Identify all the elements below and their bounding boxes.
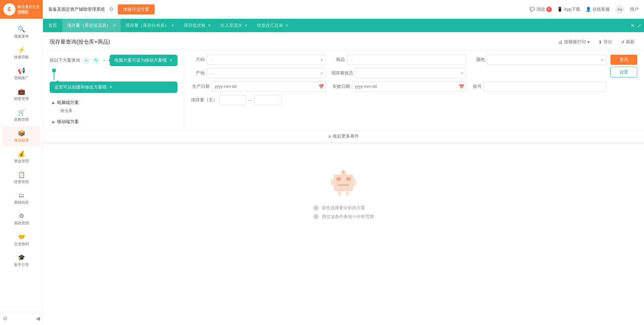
app-download-label: App下载 [564,6,580,12]
export-btn[interactable]: ⬆ 导出 [596,38,615,46]
print-dropdown-icon: ▾ [587,40,590,45]
sidebar-item-inventory[interactable]: 📦 库存核算 [3,126,40,146]
tab-close-inventory-dist[interactable]: ✕ [171,23,174,28]
query-button[interactable]: 查询 [610,55,637,65]
desktop-scheme-sub: 按仓库 [50,107,177,115]
sidebar-item-operation[interactable]: 📋 经营管理 [3,168,40,188]
stock-input-from[interactable] [219,95,246,105]
sidebar-item-system[interactable]: ⚙ 系统管理 [3,209,40,229]
sidebar-item-finance[interactable]: 💰 资金管理 [3,147,40,167]
sidebar-item-purchase[interactable]: 🛒 采购管理 [3,105,40,125]
sidebar-settings-icon[interactable]: ⚙ [3,315,7,322]
add-scheme-btn[interactable]: + [82,56,90,64]
sidebar-item-sales[interactable]: 💼 销售管理 [3,85,40,105]
phone-icon: 📱 [557,7,562,12]
logo-icon: 6 [3,3,15,15]
color-select[interactable]: ▾ [487,55,606,65]
collapse-row[interactable]: ∧ 收起更多条件 [43,130,644,142]
user-avatar[interactable]: Ea [615,5,625,14]
tab-close-collect-summary[interactable]: ✕ [285,23,288,28]
connector-dot [52,69,56,72]
scheme-tooltip-close[interactable]: ✕ [169,58,173,63]
color-field: 颜色 ▾ [472,55,606,65]
stock-input-to[interactable] [255,95,281,105]
sidebar-item-guide[interactable]: 🎓 新手引导 [3,251,40,271]
sidebar-item-quick[interactable]: ⚡ 快捷导航 [3,43,40,63]
tab-inventory-dist[interactable]: 现存量（库存分布表）✕ [121,19,179,32]
desktop-scheme-header[interactable]: ▶ 电脑端方案 [50,98,177,107]
svg-rect-8 [338,191,341,196]
page-actions: 🖨 按模板打印 ▾ ⬆ 导出 ↺ 刷新 [556,38,637,46]
logo-text: 畅通通好生意 标准版 [17,4,40,14]
tab-collect-summary[interactable]: 收发存汇总表✕ [252,19,293,32]
refresh-btn[interactable]: ↺ 刷新 [618,38,637,46]
page-header: 现存量查询(按仓库+商品) 🖨 按模板打印 ▾ ⬆ 导出 ↺ 刷新 [43,32,644,51]
reset-button[interactable]: 设置 [610,67,637,77]
sidebar-item-basic[interactable]: 🗂 基础信息 [3,188,40,208]
origin-select[interactable]: ··· ▾ [207,68,326,78]
message-badge: 6 [546,7,552,12]
svg-rect-9 [346,191,349,196]
online-service-item[interactable]: 👤 在线客服 [586,6,610,12]
tab-label-inout-flow: 出入库流水 [220,22,242,29]
svg-rect-0 [334,174,353,191]
page-title: 现存量查询(按仓库+商品) [50,39,110,46]
finance-nav-icon: 💰 [18,150,25,158]
online-service-label: 在线客服 [592,6,610,12]
exp-date-calendar-icon[interactable]: 📅 [459,84,464,89]
tab-close-batch-account[interactable]: ✕ [208,23,211,28]
template-print-btn[interactable]: 🖨 按模板打印 ▾ [556,38,592,46]
sidebar-item-marketing[interactable]: 📢 营销推广 [3,64,40,84]
quick-nav-icon: ⚡ [18,46,25,54]
desktop-scheme-item-1[interactable]: 按仓库 [58,107,177,115]
header-settings-icon[interactable]: ⚙ [109,6,114,12]
svg-rect-3 [338,184,349,186]
system-nav-icon: ⚙ [19,212,24,220]
sidebar-item-enterprise[interactable]: 🤝 企业协同 [3,230,40,250]
filter-right: 尺码 ··· ▾ 商品 ··· [191,55,606,108]
section-divider [43,142,644,145]
svg-rect-6 [331,179,334,186]
tab-expand-btn[interactable]: ⤢ [637,23,641,28]
query-buttons: 查询 设置 [610,55,637,77]
message-item[interactable]: 💬 消息 6 [530,6,552,12]
tab-close-inout-flow[interactable]: ✕ [244,23,248,28]
mobile-scheme-header[interactable]: ▶ 移动端方案 [50,117,177,126]
create-tooltip-close[interactable]: ✕ [109,85,113,90]
export-icon: ⬆ [598,40,602,45]
tab-inout-flow[interactable]: 出入库流水✕ [216,19,252,32]
sidebar-logo: 6 畅通通好生意 标准版 [0,0,43,19]
svg-rect-1 [336,177,341,181]
tab-home[interactable]: 首页 [43,19,62,32]
filter-label: 按以下方案查询 [50,57,80,63]
tab-close-all-btn[interactable]: ✕ [631,23,635,28]
header: 装备及固定资产辅助管理系统 ⚙ 体验行业方案 💬 消息 6 📱 App下载 👤 … [43,0,644,19]
size-select[interactable]: ··· ▾ [207,55,326,65]
tab-inventory-status[interactable]: 现存量（库存状况表）✕ [62,19,121,32]
print-icon: 🖨 [558,40,563,45]
status-select[interactable]: ▾ [355,68,466,78]
tab-batch-account[interactable]: 库存批次账✕ [179,19,216,32]
empty-tip-1: ① 请先选择要分析的方案 [313,205,374,211]
finance-nav-label: 资金管理 [14,159,29,164]
batch-input[interactable] [484,82,606,92]
sidebar-collapse-icon[interactable]: ◀ [36,315,40,322]
main-content: 现存量查询(按仓库+商品) 🖨 按模板打印 ▾ ⬆ 导出 ↺ 刷新 [43,32,644,325]
sidebar-nav: 🔍 搜索菜单 ⚡ 快捷导航 📢 营销推广 💼 销售管理 🛒 采购管理 📦 库存核… [0,19,43,312]
tab-close-inventory-status[interactable]: ✕ [113,23,116,28]
quick-nav-label: 快捷导航 [14,55,29,60]
trial-button[interactable]: 体验行业方案 [118,4,155,14]
exp-date-input[interactable] [352,82,466,92]
search-nav-icon: 🔍 [18,25,25,33]
search-nav-label: 搜索菜单 [14,34,29,39]
sidebar-item-search[interactable]: 🔍 搜索菜单 [3,22,40,42]
mfg-date-calendar-icon[interactable]: 📅 [319,84,324,89]
mfg-date-input[interactable] [212,82,326,92]
origin-label: 产地 [191,70,205,76]
app-download-item[interactable]: 📱 App下载 [557,6,580,12]
product-select[interactable]: ··· [347,55,466,65]
create-tooltip-text: 这里可以创建和修改方案哦 [54,84,107,90]
mfg-date-field: 生产日期 📅 [191,82,326,92]
status-label: 现存量状态 [331,70,353,76]
edit-scheme-btn[interactable]: ✎ [92,56,100,64]
